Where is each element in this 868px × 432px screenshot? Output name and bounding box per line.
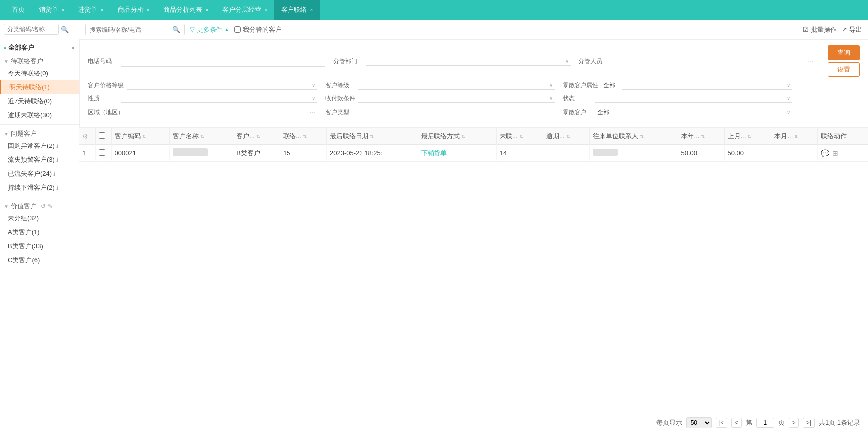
nature-select[interactable]: ∨ <box>121 94 317 103</box>
nav-customer-tier[interactable]: 客户分层经营 × <box>216 0 274 20</box>
ellipsis-icon[interactable]: ··· <box>808 57 814 65</box>
nav-customer-contact[interactable]: 客户联络 × <box>274 0 320 20</box>
sidebar-search-input[interactable] <box>4 24 59 35</box>
sidebar-search-icon[interactable]: 🔍 <box>61 26 69 33</box>
retail-attr-select[interactable]: ∨ <box>622 81 792 90</box>
th-overdue: 逾期...⇅ <box>543 128 589 145</box>
sort-icon: ⇅ <box>747 134 751 139</box>
row-checkbox[interactable] <box>99 149 105 156</box>
region-select[interactable]: ··· <box>127 107 317 118</box>
search-input[interactable] <box>90 26 169 33</box>
retail-customer-select[interactable]: ∨ <box>616 108 792 117</box>
content-area: 🔍 ▽ 更多条件 ▲ 我分管的客户 ☑ 批量操作 ↗ 导出 <box>79 20 868 432</box>
all-customers-title[interactable]: ▪ 全部客户 « <box>0 39 79 54</box>
sidebar-item-class-c[interactable]: C类客户(6) <box>0 253 79 267</box>
phone-field: 电话号码 <box>88 56 325 67</box>
first-page-button[interactable]: |< <box>716 418 727 428</box>
close-icon[interactable]: × <box>264 7 267 13</box>
last-method-link[interactable]: 下销货单 <box>421 149 447 157</box>
sidebar-item-today[interactable]: 今天待联络(0) <box>0 67 79 80</box>
col-unit-contact-label: 往来单位联系人 <box>593 132 638 141</box>
sidebar-item-class-b[interactable]: B类客户(33) <box>0 239 79 253</box>
sidebar-item-class-a[interactable]: A类客户(1) <box>0 225 79 239</box>
sort-icon: ⇅ <box>256 134 260 139</box>
col-name-label: 客户名称 <box>173 132 199 141</box>
top-nav: 首页 销货单 × 进货单 × 商品分析 × 商品分析列表 × 客户分层经营 × … <box>0 0 868 20</box>
export-icon: ↗ <box>842 26 847 33</box>
my-customers-checkbox[interactable] <box>234 26 241 33</box>
sort-icon: ⇅ <box>370 134 374 139</box>
collapse-icon[interactable]: « <box>72 44 75 51</box>
more-conditions-button[interactable]: ▽ 更多条件 ▲ <box>190 25 229 34</box>
sort-icon: ⇅ <box>640 134 644 139</box>
sidebar-item-overdue[interactable]: 逾期未联络(30) <box>0 108 79 122</box>
chevron-down-icon: ∨ <box>549 82 553 88</box>
th-this-year: 本年...⇅ <box>678 128 724 145</box>
triangle-icon: ▼ <box>4 131 9 137</box>
chat-action-icon[interactable]: 💬 <box>821 149 829 157</box>
sort-icon: ⇅ <box>794 134 798 139</box>
sort-icon: ⇅ <box>519 134 523 139</box>
page-number-input[interactable] <box>756 418 774 428</box>
cell-contact: 15 <box>280 145 327 162</box>
sidebar-item-7days[interactable]: 近7天待联络(0) <box>0 94 79 108</box>
dept-select[interactable]: ∨ <box>366 57 571 66</box>
sidebar-item-declining[interactable]: 持续下滑客户(2) ℹ <box>0 181 79 195</box>
th-not-contacted: 未联...⇅ <box>496 128 543 145</box>
status-select[interactable]: ∨ <box>595 94 792 103</box>
close-icon[interactable]: × <box>310 7 313 13</box>
sidebar-item-repurchase-abnormal[interactable]: 回购异常客户(2) ℹ <box>0 139 79 153</box>
cell-unit-contact <box>589 145 678 162</box>
nav-purchase-order[interactable]: 进货单 × <box>71 0 110 20</box>
payment-select[interactable]: ∨ <box>358 94 555 103</box>
ellipsis-icon[interactable]: ··· <box>309 108 315 116</box>
customer-level-select[interactable]: ∨ <box>358 81 555 90</box>
sort-icon: ⇅ <box>200 134 204 139</box>
top-actions: ☑ 批量操作 ↗ 导出 <box>803 25 862 34</box>
batch-operate-button[interactable]: ☑ 批量操作 <box>803 25 837 34</box>
sidebar-item-tomorrow[interactable]: 明天待联络(1) <box>0 80 79 94</box>
close-icon[interactable]: × <box>61 7 64 13</box>
prev-page-button[interactable]: < <box>731 418 742 428</box>
table-body: 1 000021 B类客户 15 2023-05-23 18:25: 下销货单 <box>79 145 868 162</box>
cell-not-contacted: 14 <box>496 145 543 162</box>
close-icon[interactable]: × <box>146 7 149 13</box>
set-button[interactable]: 设置 <box>828 62 860 77</box>
search-icon[interactable]: 🔍 <box>172 26 180 33</box>
retail-attr-field: 零散客户属性 全部 ∨ <box>563 81 792 90</box>
manager-select[interactable]: ··· <box>611 56 816 67</box>
close-icon[interactable]: × <box>205 7 208 13</box>
cell-code: 000021 <box>111 145 169 162</box>
nav-sales-order[interactable]: 销货单 × <box>32 0 71 20</box>
col-last-date-label: 最后联络日期 <box>330 132 368 141</box>
cell-checkbox <box>95 145 111 162</box>
sidebar-item-ungrouped[interactable]: 未分组(32) <box>0 212 79 225</box>
export-button[interactable]: ↗ 导出 <box>842 25 862 34</box>
filter-bar: 🔍 ▽ 更多条件 ▲ 我分管的客户 ☑ 批量操作 ↗ 导出 <box>79 20 868 40</box>
cell-last-month: 50.00 <box>724 145 771 162</box>
col-not-contacted-label: 未联... <box>500 132 518 141</box>
nav-product-analysis[interactable]: 商品分析 × <box>111 0 156 20</box>
last-page-button[interactable]: >| <box>803 418 815 428</box>
close-icon[interactable]: × <box>100 7 103 13</box>
sidebar-item-lost[interactable]: 已流失客户(24) ℹ <box>0 167 79 181</box>
price-level-select[interactable]: ∨ <box>127 81 317 90</box>
sidebar-group-value[interactable]: ▼ 价值客户 ↺ ✎ <box>0 199 79 212</box>
nav-product-analysis-list[interactable]: 商品分析列表 × <box>156 0 215 20</box>
next-page-button[interactable]: > <box>789 418 799 428</box>
customer-type-select[interactable] <box>358 111 555 114</box>
sidebar-item-churn-warning[interactable]: 流失预警客户(3) ℹ <box>0 153 79 167</box>
table-header-row: ⚙ 客户编码⇅ 客户名称⇅ 客户...⇅ <box>79 128 868 145</box>
nav-home[interactable]: 首页 <box>5 0 32 20</box>
filter-row-1: 电话号码 分管部门 ∨ 分管人员 ··· 查询 设置 <box>88 45 860 77</box>
per-page-select[interactable]: 50 100 200 <box>686 417 712 428</box>
query-button[interactable]: 查询 <box>828 45 860 60</box>
grid-action-icon[interactable]: ⊞ <box>832 149 838 157</box>
phone-input[interactable] <box>121 56 325 67</box>
data-table-container: ⚙ 客户编码⇅ 客户名称⇅ 客户...⇅ <box>79 128 868 413</box>
sidebar-group-problem[interactable]: ▼ 问题客户 <box>0 127 79 139</box>
sidebar-group-pending[interactable]: ▼ 待联络客户 <box>0 54 79 67</box>
select-all-checkbox[interactable] <box>99 132 105 139</box>
sidebar-search-bar: 🔍 <box>0 20 79 39</box>
settings-icon[interactable]: ⚙ <box>82 133 88 140</box>
